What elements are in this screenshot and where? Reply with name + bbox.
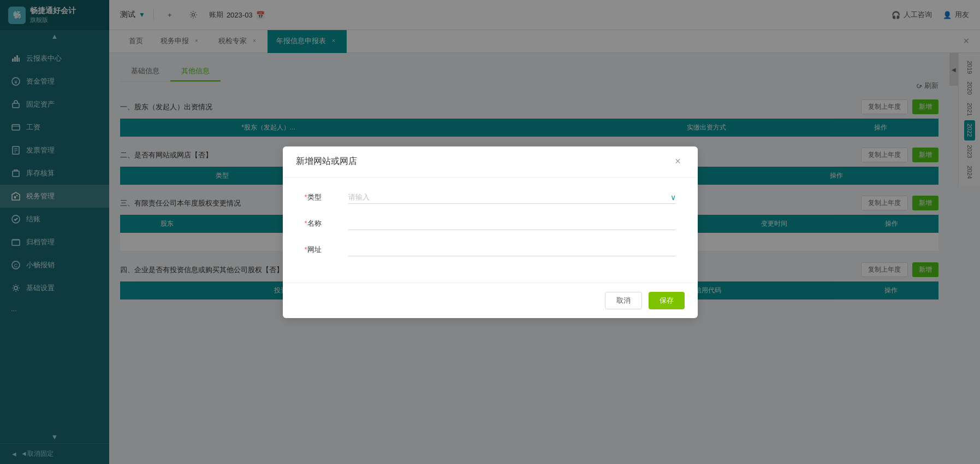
type-required-mark: *	[305, 193, 307, 201]
modal-footer: 取消 保存	[283, 283, 698, 318]
dropdown-arrow-icon[interactable]: ∨	[670, 193, 676, 202]
save-button[interactable]: 保存	[649, 292, 685, 309]
modal-title: 新增网站或网店	[296, 156, 357, 167]
name-input[interactable]	[348, 217, 676, 230]
modal-header: 新增网站或网店 ×	[283, 146, 698, 178]
modal-close-icon[interactable]: ×	[672, 155, 685, 168]
cancel-button[interactable]: 取消	[605, 292, 642, 309]
url-label: *网址	[305, 245, 348, 255]
type-input[interactable]	[348, 191, 676, 204]
name-label: *名称	[305, 219, 348, 228]
name-required-mark: *	[305, 219, 307, 227]
form-row-url: *网址	[305, 243, 676, 256]
modal-overlay: 新增网站或网店 × *类型 ∨ *名称	[0, 0, 980, 464]
url-input-wrap	[348, 243, 676, 256]
form-row-type: *类型 ∨	[305, 191, 676, 204]
name-input-wrap	[348, 217, 676, 230]
url-required-mark: *	[305, 245, 307, 254]
modal-body: *类型 ∨ *名称 *网址	[283, 178, 698, 283]
type-label: *类型	[305, 192, 348, 202]
type-input-wrap: ∨	[348, 191, 676, 204]
form-row-name: *名称	[305, 217, 676, 230]
add-website-modal: 新增网站或网店 × *类型 ∨ *名称	[283, 146, 698, 318]
url-input[interactable]	[348, 243, 676, 256]
